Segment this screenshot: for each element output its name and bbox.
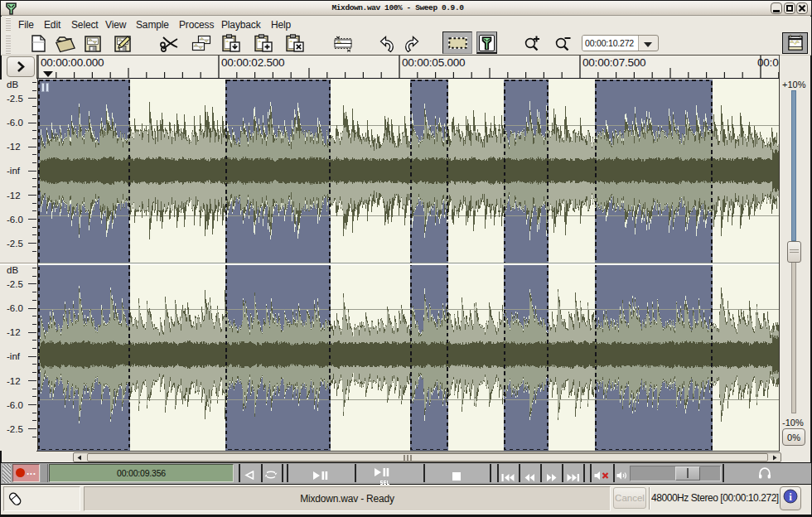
svg-text:-inf: -inf <box>7 166 21 176</box>
svg-text:-2.5: -2.5 <box>7 94 23 104</box>
svg-text:-12: -12 <box>7 327 21 337</box>
svg-text:-2.5: -2.5 <box>7 239 23 249</box>
svg-text:-6.0: -6.0 <box>7 400 23 410</box>
svg-text:-6.0: -6.0 <box>7 303 23 313</box>
svg-text:-12: -12 <box>7 191 21 201</box>
svg-text:i: i <box>789 490 792 503</box>
svg-text:dB: dB <box>7 80 18 89</box>
svg-text:-inf: -inf <box>7 351 21 361</box>
svg-text:-6.0: -6.0 <box>7 118 23 128</box>
svg-text:dB: dB <box>7 265 18 275</box>
svg-text:00:00:00.000: 00:00:00.000 <box>41 56 104 69</box>
svg-text:00:00:10.000: 00:00:10.000 <box>757 56 779 69</box>
svg-text:00:00:02.500: 00:00:02.500 <box>221 56 284 69</box>
svg-text:-2.5: -2.5 <box>7 279 23 289</box>
svg-text:-12: -12 <box>7 142 21 152</box>
svg-text:00:00:07.500: 00:00:07.500 <box>582 56 645 69</box>
svg-text:-6.0: -6.0 <box>7 215 23 225</box>
svg-text:-12: -12 <box>7 376 21 386</box>
svg-text:00:00:05.000: 00:00:05.000 <box>402 56 465 69</box>
svg-text:-2.5: -2.5 <box>7 424 23 434</box>
